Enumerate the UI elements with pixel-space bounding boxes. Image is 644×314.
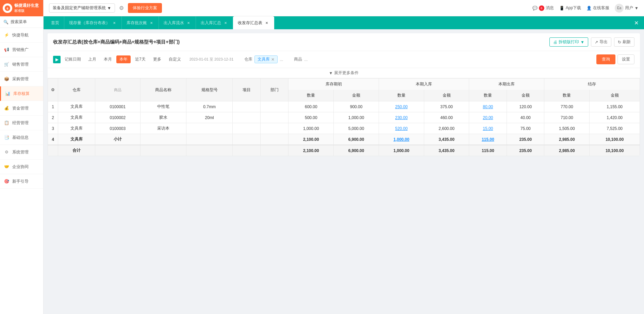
export-btn[interactable]: ↗ 导出 bbox=[591, 37, 611, 47]
warehouse-tag[interactable]: 文具库 ✕ bbox=[254, 55, 278, 63]
row-warehouse: 文具库 bbox=[58, 101, 95, 112]
col-bal-amt: 金额 bbox=[590, 90, 640, 101]
tab-label: 出入库流水 bbox=[164, 20, 184, 26]
sidebar-item-quick-nav[interactable]: ⚡ 快捷导航 bbox=[0, 28, 43, 43]
row-spec: 20ml bbox=[186, 112, 233, 123]
row-warehouse: 文具库 bbox=[58, 112, 95, 123]
tab-close-icon[interactable]: ✕ bbox=[186, 20, 191, 25]
system-select[interactable]: 装备及固定资产辅助管理系统 ▼ bbox=[49, 3, 115, 13]
print-btn[interactable]: 🖨 拆锁版打印 ▼ bbox=[549, 37, 588, 47]
row-dept bbox=[261, 123, 288, 134]
row-in-qty[interactable]: 250.00 bbox=[379, 101, 424, 112]
date-btn-custom[interactable]: 自定义 bbox=[166, 55, 184, 63]
user-label: 用户 bbox=[625, 5, 633, 11]
subtotal-empty1 bbox=[140, 134, 186, 145]
settings-btn[interactable]: 设置 bbox=[617, 54, 634, 64]
col-project-header: 项目 bbox=[232, 79, 260, 101]
tab-label: 首页 bbox=[51, 20, 59, 26]
subtotal-open-amt: 6,900.00 bbox=[334, 134, 379, 145]
tabbar-close-all[interactable]: ✕ bbox=[631, 20, 641, 26]
sidebar-item-search[interactable]: 🔍 搜索菜单 bbox=[0, 16, 43, 28]
total-open-amt: 6,900.00 bbox=[334, 145, 379, 156]
tab-receipt-summary[interactable]: 收发存汇总表 ✕ bbox=[233, 16, 274, 29]
filter-toggle-btn[interactable]: ▶ bbox=[53, 56, 61, 63]
expand-conditions-btn[interactable]: ▼ 展开更多条件 bbox=[329, 70, 359, 76]
sidebar: 6 畅捷通好生意 标准版 🔍 搜索菜单 ⚡ 快捷导航 📢 营销推广 🛒 销售管理… bbox=[0, 0, 44, 314]
row-out-amt: 40.00 bbox=[507, 112, 544, 123]
col-in-amt: 金额 bbox=[424, 90, 469, 101]
inventory-icon: 📊 bbox=[4, 90, 11, 97]
subtotal-bal-qty: 2,985.00 bbox=[544, 134, 590, 145]
sidebar-item-finance[interactable]: 💰 资金管理 bbox=[0, 101, 43, 116]
tab-close-icon[interactable]: ✕ bbox=[223, 20, 228, 25]
sidebar-item-inventory[interactable]: 📊 库存核算 bbox=[0, 86, 43, 101]
enterprise-icon: 🤝 bbox=[3, 164, 10, 170]
row-open-amt: 5,000.00 bbox=[334, 123, 379, 134]
avatar: Ea bbox=[615, 4, 624, 13]
online-service-btn[interactable]: 👤 在线客服 bbox=[587, 5, 609, 11]
col-in-qty: 数量 bbox=[379, 90, 424, 101]
query-btn[interactable]: 查询 bbox=[596, 54, 615, 64]
tab-home[interactable]: 首页 bbox=[46, 16, 64, 29]
table-row: 1 文具库 0100001 中性笔 0.7mm 600.00 900.00 25… bbox=[48, 101, 640, 112]
date-btn-7-days[interactable]: 近7天 bbox=[132, 55, 149, 63]
row-out-qty[interactable]: 15.00 bbox=[469, 123, 507, 134]
settings-icon[interactable]: ⚙ bbox=[119, 5, 124, 11]
expand-conditions-bar: ▼ 展开更多条件 bbox=[48, 68, 640, 78]
warehouse-label: 仓库 bbox=[244, 56, 252, 62]
row-in-amt: 375.00 bbox=[424, 101, 469, 112]
trial-btn[interactable]: 体验行业方案 bbox=[128, 3, 162, 13]
tab-close-icon[interactable]: ✕ bbox=[149, 20, 154, 25]
total-out-amt: 235.00 bbox=[507, 145, 544, 156]
logo-sub: 标准版 bbox=[14, 9, 39, 13]
sidebar-item-purchase[interactable]: 📦 采购管理 bbox=[0, 72, 43, 86]
user-btn[interactable]: Ea 用户 ▼ bbox=[615, 4, 639, 13]
tab-close-icon[interactable]: ✕ bbox=[264, 20, 269, 25]
sidebar-item-guide[interactable]: 🎯 新手引导 bbox=[0, 174, 43, 189]
sidebar-item-enterprise[interactable]: 🤝 企业协同 bbox=[0, 160, 43, 174]
tab-batch[interactable]: 库存批次账 ✕ bbox=[122, 16, 159, 29]
col-out-header: 本期出库 bbox=[469, 79, 544, 90]
row-out-qty[interactable]: 80.00 bbox=[469, 101, 507, 112]
sidebar-item-operations[interactable]: 📋 经营管理 bbox=[0, 116, 43, 130]
total-open-qty: 2,100.00 bbox=[288, 145, 334, 156]
date-btn-more[interactable]: 更多 bbox=[150, 55, 164, 63]
col-settings-icon[interactable]: ⚙ bbox=[48, 79, 58, 101]
col-open-qty: 数量 bbox=[288, 90, 334, 101]
sidebar-item-marketing[interactable]: 📢 营销推广 bbox=[0, 43, 43, 57]
sidebar-item-label: 企业协同 bbox=[12, 164, 29, 170]
sidebar-item-sales[interactable]: 🛒 销售管理 bbox=[0, 57, 43, 72]
row-in-qty[interactable]: 520.00 bbox=[379, 123, 424, 134]
subtotal-empty2 bbox=[186, 134, 233, 145]
date-btn-this-year[interactable]: 本年 bbox=[116, 55, 131, 63]
refresh-btn[interactable]: ↻ 刷新 bbox=[614, 37, 634, 47]
date-btn-last-month[interactable]: 上月 bbox=[85, 55, 99, 63]
sidebar-item-label: 快捷导航 bbox=[12, 32, 29, 38]
row-bal-amt: 1,155.00 bbox=[590, 101, 640, 112]
tab-close-icon[interactable]: ✕ bbox=[112, 20, 117, 25]
sidebar-item-system[interactable]: ⚙ 系统管理 bbox=[0, 145, 43, 160]
warehouse-more-btn[interactable]: ... bbox=[280, 57, 283, 62]
product-more-btn[interactable]: ... bbox=[304, 57, 308, 62]
sidebar-item-label: 销售管理 bbox=[12, 62, 29, 67]
date-btn-this-month[interactable]: 本月 bbox=[101, 55, 115, 63]
tabbar: 首页 现存量（库存分布表） ✕ 库存批次账 ✕ 出入库流水 ✕ 出入库汇总 ✕ … bbox=[44, 16, 644, 29]
row-in-qty[interactable]: 230.00 bbox=[379, 112, 424, 123]
row-bal-qty: 710.00 bbox=[544, 112, 590, 123]
row-bal-amt: 1,420.00 bbox=[590, 112, 640, 123]
col-bal-qty: 数量 bbox=[544, 90, 590, 101]
print-icon: 🖨 bbox=[553, 40, 557, 45]
tab-inventory[interactable]: 现存量（库存分布表） ✕ bbox=[64, 16, 122, 29]
sidebar-item-basic-info[interactable]: 📑 基础信息 bbox=[0, 130, 43, 145]
app-download-btn[interactable]: 📱 App下载 bbox=[559, 5, 581, 11]
tab-inout-summary[interactable]: 出入库汇总 ✕ bbox=[196, 16, 233, 29]
quick-nav-icon: ⚡ bbox=[3, 32, 10, 38]
topbar-right: 💬 6 消息 📱 App下载 👤 在线客服 Ea 用户 ▼ bbox=[532, 4, 639, 13]
total-empty4 bbox=[186, 145, 233, 156]
tab-inout-flow[interactable]: 出入库流水 ✕ bbox=[159, 16, 196, 29]
warehouse-tag-close-icon[interactable]: ✕ bbox=[271, 57, 275, 62]
purchase-icon: 📦 bbox=[3, 76, 10, 82]
sidebar-item-label: 经营管理 bbox=[12, 120, 29, 126]
row-out-qty[interactable]: 20.00 bbox=[469, 112, 507, 123]
messages-btn[interactable]: 💬 6 消息 bbox=[532, 5, 554, 11]
